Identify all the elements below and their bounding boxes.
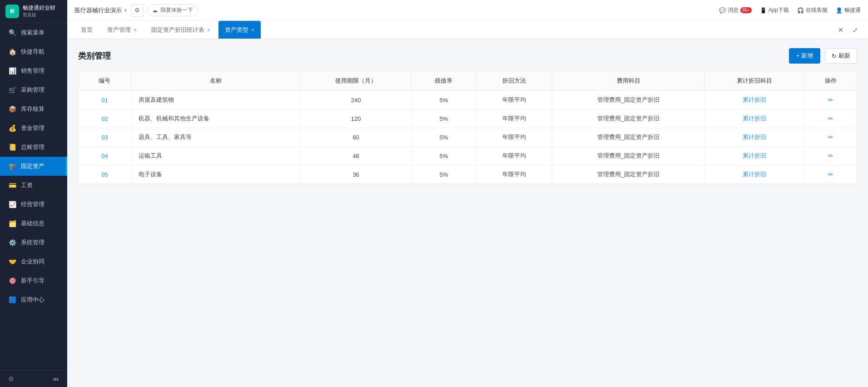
- sidebar-item-应用中心[interactable]: 🟦 应用中心: [0, 290, 67, 309]
- sidebar-item-企业协同[interactable]: 🤝 企业协同: [0, 252, 67, 271]
- sidebar-item-新手引导[interactable]: 🎯 新手引导: [0, 271, 67, 290]
- sidebar-item-库存核算[interactable]: 📦 库存核算: [0, 99, 67, 119]
- sidebar-icon-7: 🏗️: [8, 162, 16, 170]
- customer-service-label: 在线客服: [806, 6, 828, 14]
- edit-button-0[interactable]: ✏: [828, 96, 833, 104]
- sidebar-label-2: 销售管理: [21, 67, 45, 75]
- table-row: 05 电子设备 36 5% 年限平均 管理费用_固定资产折旧 累计折旧 ✏: [79, 165, 857, 184]
- cell-id-2: 03: [79, 128, 131, 147]
- cell-residual-1: 5%: [412, 109, 476, 128]
- message-button[interactable]: 💬 消息 99+: [719, 6, 752, 14]
- app-download-button[interactable]: 📱 App下载: [760, 6, 789, 14]
- cell-expense-0: 管理费用_固定资产折旧: [552, 91, 705, 109]
- page-actions: + 新增 ↻ 刷新: [789, 48, 857, 64]
- sidebar-icon-8: 💳: [8, 181, 16, 189]
- app-download-label: App下载: [769, 6, 789, 14]
- experience-button[interactable]: ☁ 我要体验一下: [147, 4, 198, 16]
- app-name: 畅捷通好业财: [23, 5, 55, 12]
- sidebar-item-系统管理[interactable]: ⚙️ 系统管理: [0, 233, 67, 252]
- tab-asset-type[interactable]: 资产类型 ×: [218, 21, 261, 39]
- cell-residual-2: 5%: [412, 128, 476, 147]
- tab-fullscreen-button[interactable]: ⤢: [850, 25, 861, 35]
- sidebar-label-9: 经营管理: [21, 200, 45, 208]
- sidebar-label-5: 资金管理: [21, 124, 45, 132]
- refresh-icon: ↻: [832, 53, 837, 60]
- sidebar-label-4: 库存核算: [21, 105, 45, 113]
- avatar-icon: 👤: [836, 7, 843, 14]
- sidebar-item-基础信息[interactable]: 🗂️ 基础信息: [0, 214, 67, 233]
- new-button[interactable]: + 新增: [789, 48, 820, 64]
- tab-close-button[interactable]: ✕: [835, 25, 846, 35]
- sidebar-label-7: 固定资产: [21, 162, 45, 170]
- sidebar-icon-9: 📈: [8, 200, 16, 208]
- cell-action-0: ✏: [804, 91, 857, 109]
- col-method: 折旧方法: [476, 71, 552, 91]
- customer-service-button[interactable]: 🎧 在线客服: [797, 6, 828, 14]
- refresh-label: 刷新: [838, 52, 850, 60]
- sidebar-item-总账管理[interactable]: 📒 总账管理: [0, 138, 67, 157]
- col-id: 编号: [79, 71, 131, 91]
- edit-button-4[interactable]: ✏: [828, 171, 833, 178]
- col-period: 使用期限（月）: [300, 71, 412, 91]
- edit-button-1[interactable]: ✏: [828, 115, 833, 122]
- header-settings-button[interactable]: ⚙: [131, 4, 144, 17]
- tab-home[interactable]: 首页: [74, 21, 99, 39]
- cell-residual-3: 5%: [412, 147, 476, 165]
- cell-name-2: 器具、工具、家具等: [131, 128, 300, 147]
- sidebar-icon-10: 🗂️: [8, 219, 16, 228]
- edit-button-3[interactable]: ✏: [828, 152, 833, 159]
- sidebar-item-资金管理[interactable]: 💰 资金管理: [0, 119, 67, 138]
- logo-icon: 财: [5, 5, 19, 18]
- data-table: 编号 名称 使用期限（月） 残值率 折旧方法 费用科目 累计折旧科目 操作 01…: [78, 71, 857, 184]
- cell-expense-2: 管理费用_固定资产折旧: [552, 128, 705, 147]
- collapse-icon[interactable]: ⏮: [53, 375, 59, 382]
- message-label: 消息: [728, 6, 739, 14]
- logo-text: 财: [10, 8, 15, 15]
- sidebar-icon-0: 🔍: [8, 29, 16, 37]
- sidebar-item-经营管理[interactable]: 📈 经营管理: [0, 195, 67, 214]
- tab-bar: 首页 资产管理 × 固定资产折旧统计表 × 资产类型 × ✕ ⤢: [67, 21, 868, 39]
- tab-asset-type-close[interactable]: ×: [251, 27, 254, 33]
- page-title: 类别管理: [78, 50, 111, 61]
- main-area: 医疗器械行业演示 ▾ ⚙ ☁ 我要体验一下 💬 消息 99+ 📱 App下载: [67, 0, 868, 387]
- edit-button-2[interactable]: ✏: [828, 134, 833, 141]
- sidebar-label-12: 企业协同: [21, 258, 45, 266]
- table-row: 01 房屋及建筑物 240 5% 年限平均 管理费用_固定资产折旧 累计折旧 ✏: [79, 91, 857, 109]
- tab-depreciation-close[interactable]: ×: [207, 27, 210, 33]
- sidebar-item-销售管理[interactable]: 📊 销售管理: [0, 61, 67, 80]
- cell-accumulated-0: 累计折旧: [705, 91, 804, 109]
- sidebar-icon-13: 🎯: [8, 277, 16, 285]
- sidebar-item-搜索菜单[interactable]: 🔍 搜索菜单: [0, 23, 67, 42]
- cell-id-0: 01: [79, 91, 131, 109]
- company-selector[interactable]: 医疗器械行业演示 ▾: [74, 6, 127, 15]
- cell-name-3: 运输工具: [131, 147, 300, 165]
- sidebar-label-10: 基础信息: [21, 219, 45, 228]
- sidebar-item-固定资产[interactable]: 🏗️ 固定资产: [0, 157, 67, 176]
- sidebar-icon-5: 💰: [8, 124, 16, 132]
- tab-asset-type-label: 资产类型: [225, 26, 248, 34]
- tab-asset-management[interactable]: 资产管理 ×: [101, 21, 143, 39]
- sidebar-item-工资[interactable]: 💳 工资: [0, 176, 67, 195]
- cell-method-3: 年限平均: [476, 147, 552, 165]
- sidebar-icon-1: 🏠: [8, 48, 16, 56]
- sidebar-item-快捷导航[interactable]: 🏠 快捷导航: [0, 42, 67, 61]
- cell-id-4: 05: [79, 165, 131, 184]
- logo-info: 畅捷通好业财 普及版: [23, 5, 55, 18]
- sidebar-icon-2: 📊: [8, 67, 16, 75]
- tab-depreciation[interactable]: 固定资产折旧统计表 ×: [145, 21, 217, 39]
- sidebar-label-8: 工资: [21, 181, 33, 189]
- sidebar-item-采购管理[interactable]: 🛒 采购管理: [0, 80, 67, 99]
- user-button[interactable]: 👤 畅捷通: [836, 6, 861, 14]
- cell-accumulated-4: 累计折旧: [705, 165, 804, 184]
- sidebar-label-11: 系统管理: [21, 238, 45, 247]
- cell-period-0: 240: [300, 91, 412, 109]
- cell-name-1: 机器、机械和其他生产设备: [131, 109, 300, 128]
- cell-residual-0: 5%: [412, 91, 476, 109]
- top-header: 医疗器械行业演示 ▾ ⚙ ☁ 我要体验一下 💬 消息 99+ 📱 App下载: [67, 0, 868, 21]
- sidebar-icon-6: 📒: [8, 143, 16, 151]
- tab-asset-management-close[interactable]: ×: [134, 27, 137, 33]
- settings-icon[interactable]: ⚙: [8, 375, 14, 382]
- cell-id-3: 04: [79, 147, 131, 165]
- cell-period-3: 48: [300, 147, 412, 165]
- refresh-button[interactable]: ↻ 刷新: [825, 48, 857, 64]
